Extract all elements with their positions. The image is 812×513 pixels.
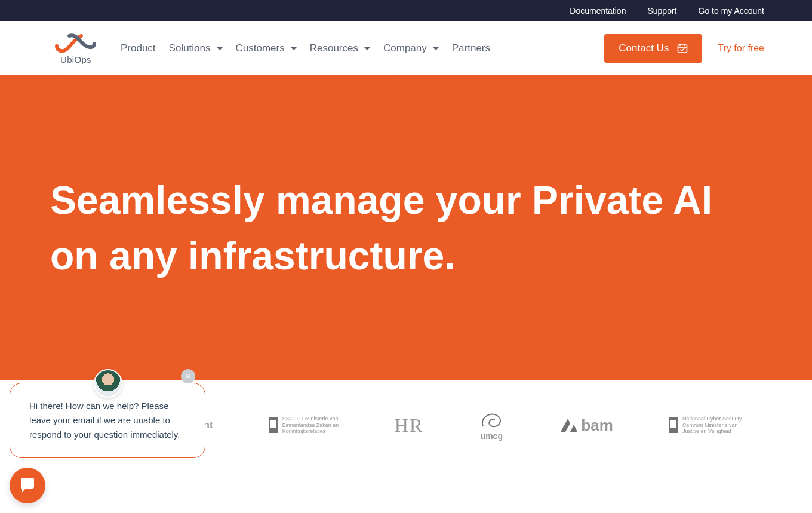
brand-name: UbiOps bbox=[60, 54, 91, 64]
nav-items: Product Solutions Customers Resources Co… bbox=[121, 42, 490, 54]
chat-widget: × Hi there! How can we help? Please leav… bbox=[10, 468, 45, 470]
svg-rect-4 bbox=[270, 420, 276, 428]
bam-icon bbox=[559, 417, 577, 433]
chat-popup[interactable]: × Hi there! How can we help? Please leav… bbox=[10, 383, 205, 458]
svg-rect-6 bbox=[670, 420, 676, 428]
top-link-support[interactable]: Support bbox=[647, 6, 676, 16]
nav-customers[interactable]: Customers bbox=[236, 42, 297, 54]
top-bar: Documentation Support Go to my Account bbox=[0, 0, 812, 21]
partner-logo: Nationaal Cyber Security Centrum Ministe… bbox=[668, 407, 746, 443]
chat-avatar bbox=[94, 369, 122, 398]
chat-close-button[interactable]: × bbox=[181, 369, 195, 383]
hero-headline: Seamlessly manage your Private AI on any… bbox=[50, 173, 737, 283]
top-link-account[interactable]: Go to my Account bbox=[699, 6, 765, 16]
nav-product[interactable]: Product bbox=[121, 42, 156, 54]
swirl-icon bbox=[478, 410, 505, 431]
hero-section: Seamlessly manage your Private AI on any… bbox=[0, 75, 812, 380]
crest-icon bbox=[268, 417, 279, 434]
logo-icon bbox=[55, 33, 97, 53]
chevron-down-icon bbox=[433, 47, 439, 50]
partner-logo: umcg bbox=[478, 407, 505, 443]
calendar-check-icon bbox=[677, 43, 688, 54]
nav-solutions[interactable]: Solutions bbox=[169, 42, 223, 54]
svg-rect-0 bbox=[678, 45, 687, 53]
contact-button[interactable]: Contact Us bbox=[604, 34, 702, 63]
nav-partners[interactable]: Partners bbox=[452, 42, 490, 54]
nav-company[interactable]: Company bbox=[383, 42, 439, 54]
main-nav: UbiOps Product Solutions Customers Resou… bbox=[0, 21, 812, 75]
close-icon: × bbox=[186, 372, 190, 380]
partner-logo: HR bbox=[395, 407, 423, 443]
crest-icon bbox=[668, 417, 679, 434]
top-link-documentation[interactable]: Documentation bbox=[570, 6, 626, 16]
chevron-down-icon bbox=[291, 47, 297, 50]
chat-launcher-button[interactable] bbox=[10, 468, 45, 470]
chevron-down-icon bbox=[364, 47, 370, 50]
brand-logo[interactable]: UbiOps bbox=[55, 33, 97, 64]
partner-logo: SSC-ICT Ministerie van Binnenlandse Zake… bbox=[268, 407, 340, 443]
try-free-link[interactable]: Try for free bbox=[718, 43, 764, 54]
chat-message: Hi there! How can we help? Please leave … bbox=[29, 401, 180, 440]
chevron-down-icon bbox=[217, 47, 223, 50]
nav-right: Contact Us Try for free bbox=[604, 34, 764, 63]
partner-logo: bam bbox=[559, 407, 613, 443]
nav-resources[interactable]: Resources bbox=[310, 42, 370, 54]
